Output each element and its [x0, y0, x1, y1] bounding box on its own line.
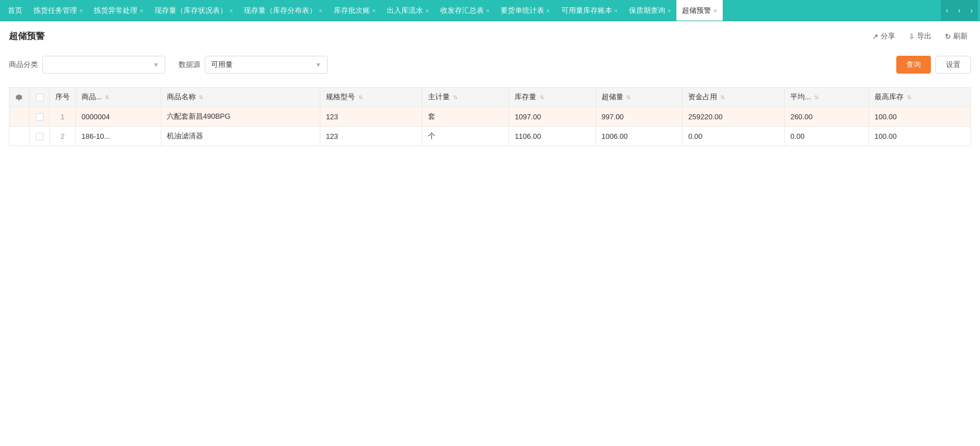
page-header: 超储预警 ↗ 分享 ⇩ 导出 ↻ 刷新 — [9, 30, 971, 42]
table-header-row: 序号 商品... ⇅ 商品名称 ⇅ 规格型号 ⇅ 主计量 ⇅ — [9, 88, 971, 107]
nav-arrow-more[interactable]: › — [965, 0, 978, 21]
row-unit: 个 — [422, 127, 508, 146]
row-gear-cell — [9, 127, 30, 146]
row-stock: 1097.00 — [509, 107, 595, 127]
col-sku-sort-icon: ⇅ — [105, 94, 109, 100]
col-over-sort-icon: ⇅ — [626, 94, 631, 100]
row-checkbox[interactable] — [36, 133, 44, 140]
row-no: 2 — [50, 127, 76, 146]
tab-summary[interactable]: 收发存汇总表 × — [435, 0, 495, 21]
datasource-label: 数据源 — [179, 60, 200, 70]
row-capital: 0.00 — [683, 127, 785, 146]
share-icon: ↗ — [872, 32, 878, 41]
table-row: 2 186-10... 机油滤清器 123 个 1106.00 1006.00 … — [9, 127, 971, 146]
row-name: 机油滤清器 — [161, 127, 320, 146]
tab-stock-dist[interactable]: 现存量（库存分布表） × — [238, 0, 328, 21]
col-gear[interactable] — [9, 88, 30, 107]
export-button[interactable]: ⇩ 导出 — [905, 30, 935, 42]
nav-arrow-right[interactable]: › — [953, 0, 965, 21]
gear-icon — [15, 94, 23, 101]
table-row: 1 0000004 六配套新昌490BPG 123 套 1097.00 997.… — [9, 107, 971, 127]
close-pick-task-icon[interactable]: × — [79, 7, 83, 14]
row-gear-cell — [9, 107, 30, 127]
nav-arrow-left[interactable]: ‹ — [941, 0, 953, 21]
category-select[interactable]: ▼ — [42, 56, 165, 74]
row-checkbox-cell[interactable] — [30, 127, 50, 146]
row-max-stock: 100.00 — [869, 127, 971, 146]
col-unit-header[interactable]: 主计量 ⇅ — [422, 88, 508, 107]
datasource-select[interactable]: 可用量 ▼ — [205, 56, 328, 74]
query-button[interactable]: 查询 — [896, 56, 931, 74]
page-content: 超储预警 ↗ 分享 ⇩ 导出 ↻ 刷新 商品分类 ▼ 数据源 — [0, 21, 980, 446]
row-checkbox[interactable] — [36, 113, 44, 121]
col-sku-header[interactable]: 商品... ⇅ — [76, 88, 161, 107]
row-sku: 186-10... — [76, 127, 161, 146]
share-button[interactable]: ↗ 分享 — [869, 30, 899, 42]
col-name-header[interactable]: 商品名称 ⇅ — [161, 88, 320, 107]
category-filter: 商品分类 ▼ — [9, 56, 165, 74]
data-table: 序号 商品... ⇅ 商品名称 ⇅ 规格型号 ⇅ 主计量 ⇅ — [9, 87, 971, 146]
col-max-stock-header[interactable]: 最高库存 ⇅ — [869, 88, 971, 107]
datasource-filter: 数据源 可用量 ▼ — [179, 56, 328, 74]
datasource-select-value: 可用量 — [211, 60, 233, 70]
refresh-icon: ↻ — [945, 32, 951, 41]
col-avg-header[interactable]: 平均... ⇅ — [785, 88, 869, 107]
nav-arrows: ‹ › › — [941, 0, 978, 21]
close-expiry-icon[interactable]: × — [667, 7, 671, 14]
filter-row: 商品分类 ▼ 数据源 可用量 ▼ 查询 设置 — [9, 50, 971, 79]
row-over: 1006.00 — [595, 127, 682, 146]
row-name: 六配套新昌490BPG — [161, 107, 320, 127]
top-nav: 首页 拣货任务管理 × 拣货异常处理 × 现存量（库存状况表） × 现存量（库存… — [0, 0, 980, 21]
col-stock-header[interactable]: 库存量 ⇅ — [509, 88, 595, 107]
tab-order-stat[interactable]: 要货单统计表 × — [495, 0, 555, 21]
col-no-header: 序号 — [50, 88, 76, 107]
close-order-stat-icon[interactable]: × — [546, 7, 550, 14]
col-spec-header[interactable]: 规格型号 ⇅ — [320, 88, 422, 107]
category-dropdown-icon: ▼ — [153, 61, 159, 68]
settings-button[interactable]: 设置 — [935, 56, 971, 74]
close-overstock-icon[interactable]: × — [713, 7, 717, 14]
row-over: 997.00 — [595, 107, 682, 127]
tab-pick-error[interactable]: 拣货异常处理 × — [88, 0, 148, 21]
close-inout-icon[interactable]: × — [425, 7, 429, 14]
select-all-checkbox[interactable] — [36, 94, 44, 101]
tab-batch-account[interactable]: 库存批次账 × — [328, 0, 381, 21]
col-checkbox-header[interactable] — [30, 88, 50, 107]
tab-stock-status[interactable]: 现存量（库存状况表） × — [149, 0, 238, 21]
row-capital: 259220.00 — [683, 107, 785, 127]
tab-overstock[interactable]: 超储预警 × — [676, 0, 722, 21]
row-no: 1 — [50, 107, 76, 127]
row-sku: 0000004 — [76, 107, 161, 127]
row-spec: 123 — [320, 107, 422, 127]
header-actions: ↗ 分享 ⇩ 导出 ↻ 刷新 — [869, 30, 971, 42]
tab-inout-flow[interactable]: 出入库流水 × — [381, 0, 434, 21]
category-label: 商品分类 — [9, 60, 38, 70]
close-pick-error-icon[interactable]: × — [140, 7, 143, 14]
tab-available-stock[interactable]: 可用量库存账本 × — [556, 0, 623, 21]
close-available-stock-icon[interactable]: × — [614, 7, 618, 14]
tab-home[interactable]: 首页 — [2, 0, 28, 21]
datasource-dropdown-icon: ▼ — [315, 61, 321, 68]
row-avg: 260.00 — [785, 107, 869, 127]
row-spec: 123 — [320, 127, 422, 146]
col-capital-header[interactable]: 资金占用 ⇅ — [683, 88, 785, 107]
close-stock-dist-icon[interactable]: × — [319, 7, 322, 14]
close-stock-status-icon[interactable]: × — [229, 7, 233, 14]
filter-buttons: 查询 设置 — [896, 56, 971, 74]
row-checkbox-cell[interactable] — [30, 107, 50, 127]
row-max-stock: 100.00 — [869, 107, 971, 127]
col-capital-sort-icon: ⇅ — [720, 94, 725, 100]
col-avg-sort-icon: ⇅ — [814, 94, 819, 100]
col-over-header[interactable]: 超储量 ⇅ — [595, 88, 682, 107]
close-summary-icon[interactable]: × — [486, 7, 489, 14]
close-batch-icon[interactable]: × — [372, 7, 376, 14]
row-unit: 套 — [422, 107, 508, 127]
page-title: 超储预警 — [9, 31, 45, 42]
refresh-button[interactable]: ↻ 刷新 — [941, 30, 971, 42]
row-stock: 1106.00 — [509, 127, 595, 146]
col-max-stock-sort-icon: ⇅ — [907, 94, 911, 100]
tab-pick-task[interactable]: 拣货任务管理 × — [28, 0, 88, 21]
col-spec-sort-icon: ⇅ — [358, 94, 363, 100]
tab-expiry[interactable]: 保质期查询 × — [623, 0, 676, 21]
row-avg: 0.00 — [785, 127, 869, 146]
